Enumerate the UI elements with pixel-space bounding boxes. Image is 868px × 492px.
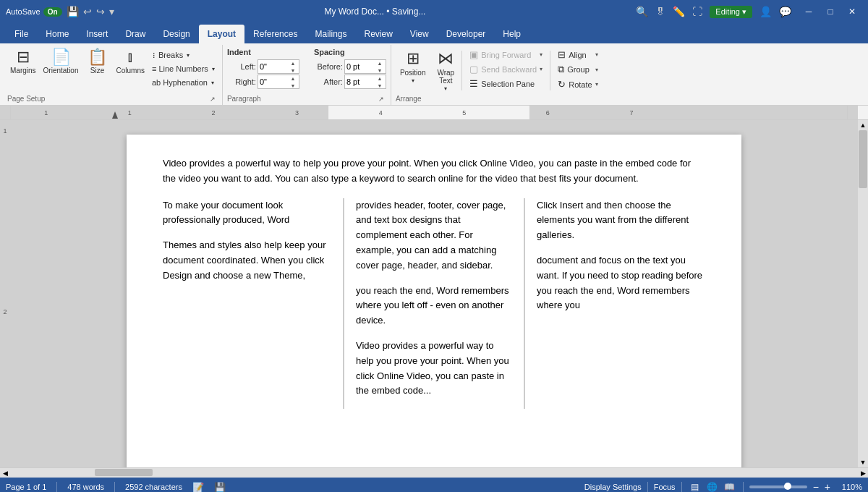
word-count[interactable]: 478 words <box>67 483 104 491</box>
tab-home[interactable]: Home <box>37 25 77 43</box>
breaks-button[interactable]: ⫶ Breaks ▾ <box>149 49 218 61</box>
tab-draw[interactable]: Draw <box>116 25 154 43</box>
undo-icon[interactable]: ↩ <box>83 6 92 17</box>
maximize-button[interactable]: □ <box>820 4 841 20</box>
bring-forward-button[interactable]: ▣ Bring Forward ▾ <box>465 48 547 62</box>
selection-pane-button[interactable]: ☰ Selection Pane <box>465 77 547 90</box>
track-changes-icon[interactable]: 📝 <box>192 482 204 493</box>
scrollbar-up-button[interactable]: ▲ <box>858 120 868 130</box>
autosave-status[interactable]: On <box>43 7 62 17</box>
tab-mailings[interactable]: Mailings <box>306 25 355 43</box>
save-icon[interactable]: 💾 <box>67 6 79 17</box>
indent-right-down[interactable]: ▼ <box>289 82 297 89</box>
tab-design[interactable]: Design <box>154 25 198 43</box>
share-icon[interactable]: 👤 <box>760 6 772 17</box>
indent-left-spinner[interactable]: ▲ ▼ <box>289 59 297 74</box>
spacing-before-up[interactable]: ▲ <box>375 59 384 67</box>
columns-button[interactable]: ⫾ Columns <box>114 48 148 76</box>
indent-left-down[interactable]: ▼ <box>289 67 297 74</box>
tab-developer[interactable]: Developer <box>438 25 495 43</box>
redo-icon[interactable]: ↪ <box>96 6 105 17</box>
page-setup-expand[interactable]: ↗ <box>208 94 218 104</box>
arrange-content: ⊞ Position ▾ ⋈ WrapText ▾ ▣ Bring Forwar… <box>396 46 604 93</box>
send-backward-arrow: ▾ <box>540 66 542 72</box>
autosave-toggle[interactable]: AutoSave On <box>6 7 62 17</box>
tab-insert[interactable]: Insert <box>77 25 116 43</box>
scrollbar-down-button[interactable]: ▼ <box>858 457 868 467</box>
spacing-before-input[interactable]: 0 pt ▲ ▼ <box>344 59 386 74</box>
scrollbar-thumb[interactable] <box>859 130 867 188</box>
spacing-after-input[interactable]: 8 pt ▲ ▼ <box>344 75 386 89</box>
tab-file[interactable]: File <box>6 25 37 43</box>
wrap-text-button[interactable]: ⋈ WrapText ▾ <box>433 48 459 93</box>
orientation-button[interactable]: 📄 Orientation <box>41 48 82 76</box>
indent-left-input[interactable]: 0" ▲ ▼ <box>258 59 299 74</box>
size-label: Size <box>90 67 104 75</box>
position-button[interactable]: ⊞ Position ▾ <box>396 48 430 93</box>
rotate-button[interactable]: ↻ Rotate ▾ <box>553 77 602 91</box>
spacing-before-down[interactable]: ▼ <box>375 67 384 74</box>
h-scroll-thumb[interactable] <box>95 469 153 476</box>
spacing-after-up[interactable]: ▲ <box>375 75 384 82</box>
ribbon-group-paragraph: Indent Left: 0" ▲ ▼ Right: <box>223 45 391 105</box>
zoom-level[interactable]: 110% <box>836 483 862 491</box>
fullscreen-icon[interactable]: ⛶ <box>692 6 702 17</box>
indent-left-up[interactable]: ▲ <box>289 59 297 67</box>
send-backward-button[interactable]: ▢ Send Backward ▾ <box>465 62 547 76</box>
zoom-slider[interactable] <box>749 485 807 488</box>
display-settings-button[interactable]: Display Settings <box>584 483 642 491</box>
close-button[interactable]: ✕ <box>842 4 862 20</box>
tab-review[interactable]: Review <box>355 25 401 43</box>
focus-button[interactable]: Focus <box>654 483 676 491</box>
minimize-button[interactable]: ─ <box>799 4 819 20</box>
group-button[interactable]: ⧉ Group ▾ <box>553 62 602 77</box>
paragraph-expand[interactable]: ↗ <box>376 94 386 104</box>
bring-forward-arrow: ▾ <box>540 51 542 58</box>
pen-icon[interactable]: ✏️ <box>673 6 685 17</box>
h-scroll-right-button[interactable]: ▶ <box>858 468 868 478</box>
save-status-icon[interactable]: 💾 <box>214 482 226 493</box>
breaks-label: Breaks <box>158 51 183 59</box>
page-marker: 1 <box>0 127 10 135</box>
search-icon[interactable]: 🔍 <box>636 6 648 17</box>
spacing-after-down[interactable]: ▼ <box>375 82 384 89</box>
status-sep-4 <box>681 482 682 492</box>
h-scroll-left-button[interactable]: ◀ <box>0 468 10 478</box>
align-button[interactable]: ⊟ Align ▾ <box>553 48 602 62</box>
editing-button[interactable]: Editing ▾ <box>710 6 752 18</box>
size-button[interactable]: 📋 Size <box>83 48 112 76</box>
tab-references[interactable]: References <box>244 25 306 43</box>
spacing-section: Spacing Before: 0 pt ▲ ▼ After: <box>314 48 386 89</box>
customize-icon[interactable]: ▾ <box>109 6 114 17</box>
arrange-label: Arrange <box>396 93 422 105</box>
document-scrollbar[interactable]: ▲ ▼ <box>858 120 868 467</box>
read-view-button[interactable]: 📖 <box>723 480 737 492</box>
margins-button[interactable]: ⊟ Margins <box>7 48 39 76</box>
tab-view[interactable]: View <box>401 25 438 43</box>
indent-right-input[interactable]: 0" ▲ ▼ <box>258 75 299 89</box>
tab-layout[interactable]: Layout <box>199 25 244 43</box>
ribbon-icon[interactable]: 🎖 <box>655 6 665 17</box>
spacing-before-spinner[interactable]: ▲ ▼ <box>375 59 384 74</box>
web-view-button[interactable]: 🌐 <box>705 480 720 492</box>
tab-help[interactable]: Help <box>494 25 529 43</box>
align-label: Align <box>569 51 586 59</box>
zoom-thumb[interactable] <box>784 483 791 490</box>
spacing-after-spinner[interactable]: ▲ ▼ <box>375 75 384 89</box>
h-scroll-track[interactable] <box>10 468 858 478</box>
zoom-in-button[interactable]: + <box>825 481 830 492</box>
indent-right-up[interactable]: ▲ <box>289 75 297 82</box>
indent-right-spinner[interactable]: ▲ ▼ <box>289 75 297 89</box>
comment-icon[interactable]: 💬 <box>779 6 791 17</box>
scrollbar-track[interactable] <box>858 130 868 457</box>
horizontal-scrollbar[interactable]: ◀ ▶ <box>0 467 868 478</box>
zoom-out-button[interactable]: − <box>813 481 819 492</box>
page-info[interactable]: Page 1 of 1 <box>6 483 46 491</box>
spacing-before-value: 0 pt <box>346 62 359 71</box>
char-count[interactable]: 2592 characters <box>125 483 182 491</box>
hyphenation-button[interactable]: ab Hyphenation ▾ <box>149 77 218 88</box>
document-scroll-area[interactable]: Video provides a powerful way to help yo… <box>10 120 858 467</box>
print-view-button[interactable]: ▤ <box>688 480 702 492</box>
doc-intro-text: Video provides a powerful way to help yo… <box>163 158 691 184</box>
line-numbers-button[interactable]: ≡ Line Numbers ▾ <box>149 63 218 75</box>
